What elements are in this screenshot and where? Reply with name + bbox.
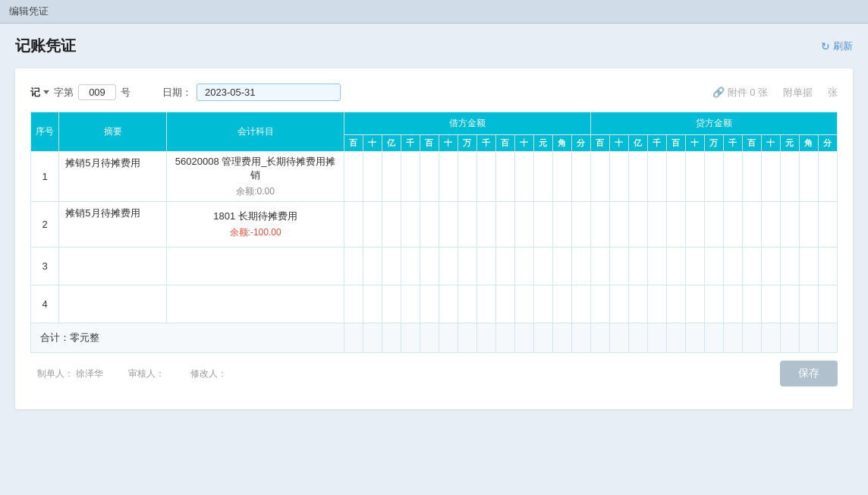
row-1-debit-0[interactable] (344, 202, 363, 247)
row-1-debit-4[interactable] (420, 202, 439, 247)
row-2-debit-3[interactable] (401, 247, 420, 285)
row-3-summary[interactable] (59, 285, 167, 323)
row-3-credit-4[interactable] (666, 285, 685, 323)
row-0-credit-5[interactable] (685, 152, 704, 202)
row-2-credit-12[interactable] (818, 247, 837, 285)
row-2-credit-0[interactable] (590, 247, 609, 285)
row-0-debit-5[interactable] (439, 152, 458, 202)
row-2-credit-5[interactable] (685, 247, 704, 285)
row-3-credit-8[interactable] (742, 285, 761, 323)
row-3-debit-7[interactable] (476, 285, 495, 323)
row-1-debit-7[interactable] (476, 202, 495, 247)
row-0-debit-10[interactable] (533, 152, 552, 202)
row-3-credit-12[interactable] (818, 285, 837, 323)
row-2-debit-5[interactable] (439, 247, 458, 285)
row-0-debit-11[interactable] (552, 152, 571, 202)
row-2-debit-11[interactable] (552, 247, 571, 285)
row-1-debit-3[interactable] (401, 202, 420, 247)
row-0-credit-1[interactable] (609, 152, 628, 202)
row-1-debit-9[interactable] (514, 202, 533, 247)
row-2-debit-7[interactable] (476, 247, 495, 285)
row-2-debit-8[interactable] (495, 247, 514, 285)
row-1-debit-2[interactable] (382, 202, 401, 247)
row-2-credit-8[interactable] (742, 247, 761, 285)
row-3-debit-9[interactable] (514, 285, 533, 323)
row-0-credit-4[interactable] (666, 152, 685, 202)
row-2-credit-3[interactable] (647, 247, 666, 285)
row-1-debit-10[interactable] (533, 202, 552, 247)
row-1-credit-12[interactable] (818, 202, 837, 247)
row-0-debit-8[interactable] (495, 152, 514, 202)
row-0-summary[interactable]: 摊销5月待摊费用 (59, 152, 167, 202)
row-1-credit-10[interactable] (780, 202, 799, 247)
row-1-credit-7[interactable] (723, 202, 742, 247)
row-1-debit-11[interactable] (552, 202, 571, 247)
date-input[interactable] (197, 84, 341, 101)
row-0-debit-0[interactable] (344, 152, 363, 202)
row-0-credit-3[interactable] (647, 152, 666, 202)
row-1-credit-0[interactable] (590, 202, 609, 247)
refresh-button[interactable]: ↻ 刷新 (821, 39, 853, 53)
row-3-debit-5[interactable] (439, 285, 458, 323)
row-2-subject[interactable] (167, 247, 344, 285)
row-1-credit-3[interactable] (647, 202, 666, 247)
row-3-debit-2[interactable] (382, 285, 401, 323)
row-3-debit-3[interactable] (401, 285, 420, 323)
row-2-debit-4[interactable] (420, 247, 439, 285)
type-select[interactable]: 记 (30, 86, 49, 99)
row-1-credit-1[interactable] (609, 202, 628, 247)
row-3-debit-11[interactable] (552, 285, 571, 323)
row-1-credit-11[interactable] (799, 202, 818, 247)
row-2-credit-2[interactable] (628, 247, 647, 285)
row-3-debit-6[interactable] (458, 285, 476, 323)
row-0-debit-9[interactable] (514, 152, 533, 202)
row-0-credit-10[interactable] (780, 152, 799, 202)
row-2-debit-10[interactable] (533, 247, 552, 285)
row-1-debit-1[interactable] (363, 202, 382, 247)
row-3-credit-2[interactable] (628, 285, 647, 323)
row-0-debit-7[interactable] (476, 152, 495, 202)
row-3-credit-6[interactable] (704, 285, 723, 323)
row-3-subject[interactable] (167, 285, 344, 323)
row-0-debit-4[interactable] (420, 152, 439, 202)
row-1-debit-8[interactable] (495, 202, 514, 247)
row-3-credit-10[interactable] (780, 285, 799, 323)
row-2-credit-9[interactable] (761, 247, 780, 285)
row-0-credit-8[interactable] (742, 152, 761, 202)
row-2-credit-1[interactable] (609, 247, 628, 285)
row-0-subject[interactable]: 56020008 管理费用_长期待摊费用摊销余额:0.00 (167, 152, 344, 202)
row-0-credit-6[interactable] (704, 152, 723, 202)
row-2-debit-9[interactable] (514, 247, 533, 285)
row-2-credit-4[interactable] (666, 247, 685, 285)
fudan-label[interactable]: 附单据 (783, 86, 813, 99)
row-0-debit-3[interactable] (401, 152, 420, 202)
save-button[interactable]: 保存 (780, 361, 838, 386)
row-1-credit-2[interactable] (628, 202, 647, 247)
row-0-credit-11[interactable] (799, 152, 818, 202)
row-3-credit-1[interactable] (609, 285, 628, 323)
row-2-credit-6[interactable] (704, 247, 723, 285)
row-1-debit-12[interactable] (571, 202, 590, 247)
row-3-debit-12[interactable] (571, 285, 590, 323)
row-2-summary[interactable] (59, 247, 167, 285)
row-3-credit-5[interactable] (685, 285, 704, 323)
row-0-credit-0[interactable] (590, 152, 609, 202)
row-1-credit-6[interactable] (704, 202, 723, 247)
row-3-credit-0[interactable] (590, 285, 609, 323)
row-0-credit-12[interactable] (818, 152, 837, 202)
row-1-credit-8[interactable] (742, 202, 761, 247)
row-3-credit-11[interactable] (799, 285, 818, 323)
row-2-debit-12[interactable] (571, 247, 590, 285)
row-2-credit-7[interactable] (723, 247, 742, 285)
row-1-credit-5[interactable] (685, 202, 704, 247)
row-0-credit-9[interactable] (761, 152, 780, 202)
row-0-credit-7[interactable] (723, 152, 742, 202)
row-1-credit-4[interactable] (666, 202, 685, 247)
row-2-credit-10[interactable] (780, 247, 799, 285)
row-3-debit-4[interactable] (420, 285, 439, 323)
row-0-debit-12[interactable] (571, 152, 590, 202)
row-0-debit-1[interactable] (363, 152, 382, 202)
row-3-debit-1[interactable] (363, 285, 382, 323)
row-1-summary[interactable]: 摊销5月待摊费用 (59, 202, 167, 247)
row-2-credit-11[interactable] (799, 247, 818, 285)
